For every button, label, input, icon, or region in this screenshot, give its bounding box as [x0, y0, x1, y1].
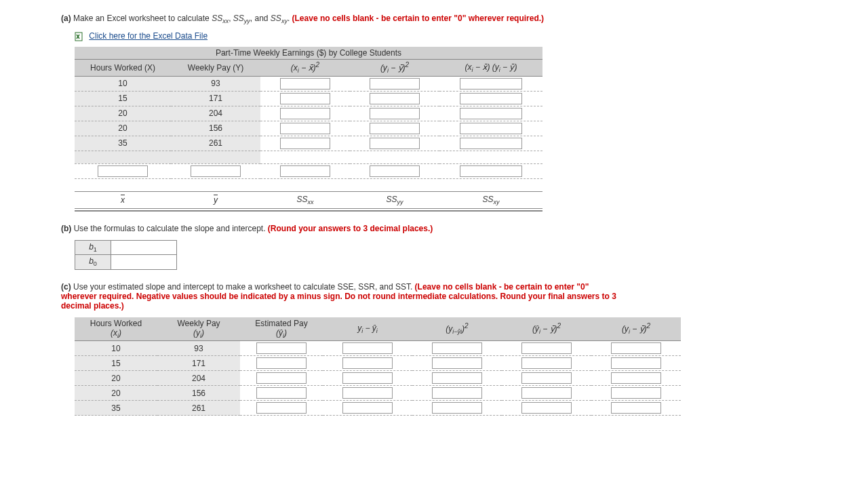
- part-b-prompt: (b) Use the formulas to calculate the sl…: [61, 224, 807, 233]
- c-col-resid-sq: (yi−ŷi)2: [412, 317, 502, 341]
- col-hours-worked: Hours Worked (X): [75, 60, 171, 76]
- x-cell: 10: [75, 76, 171, 91]
- col-xydev: (xi − x̄) (yi − ȳ): [439, 60, 542, 76]
- part-c-table: Hours Worked(xi) Weekly Pay(yi) Estimate…: [75, 317, 681, 416]
- part-c-section: (c) Use your estimated slope and interce…: [61, 282, 807, 416]
- ssyy-label: SSyy: [350, 191, 439, 208]
- ssxy-label: SSxy: [439, 191, 542, 208]
- sum-xydev-input[interactable]: [460, 165, 522, 177]
- part-b-table: b1 b0: [75, 240, 177, 270]
- sum-ydev-input[interactable]: [370, 165, 420, 177]
- part-a-table: Part-Time Weekly Earnings ($) by College…: [75, 47, 542, 212]
- xydev-input[interactable]: [460, 78, 522, 90]
- excel-file-icon: [75, 31, 89, 41]
- b0-label: b0: [75, 255, 111, 269]
- excel-file-link[interactable]: Click here for the Excel Data File: [89, 31, 208, 41]
- part-a-prompt: (a) Make an Excel worksheet to calculate…: [61, 14, 807, 24]
- excel-file-link-row: Click here for the Excel Data File: [75, 31, 807, 41]
- y-cell: 93: [171, 76, 260, 91]
- xdev-input[interactable]: [280, 78, 330, 90]
- part-a-section: (a) Make an Excel worksheet to calculate…: [61, 14, 807, 212]
- b1-label: b1: [75, 241, 111, 255]
- c-col-resid: yi − ŷi: [323, 317, 412, 341]
- b0-input[interactable]: [115, 257, 172, 268]
- part-a-label: (a): [61, 14, 71, 23]
- table-title: Part-Time Weekly Earnings ($) by College…: [75, 47, 542, 60]
- sum-x-input[interactable]: [98, 165, 148, 177]
- b1-input[interactable]: [115, 242, 172, 253]
- ybar-label: y: [171, 191, 260, 208]
- ydev-input[interactable]: [370, 78, 420, 90]
- part-b-section: (b) Use the formulas to calculate the sl…: [61, 224, 807, 270]
- part-c-prompt: (c) Use your estimated slope and interce…: [61, 282, 617, 311]
- c-col-estpay: Estimated Pay(ŷi): [240, 317, 323, 341]
- c-col-sst: (yi − ȳ)2: [591, 317, 681, 341]
- sum-y-input[interactable]: [191, 165, 241, 177]
- col-weekly-pay: Weekly Pay (Y): [171, 60, 260, 76]
- c-col-hours: Hours Worked(xi): [75, 317, 157, 341]
- svg-rect-0: [75, 33, 82, 41]
- part-a-red-instruction: (Leave no cells blank - be certain to en…: [292, 14, 545, 23]
- c-col-pay: Weekly Pay(yi): [157, 317, 240, 341]
- col-xdev-sq: (xi − x̄)2: [260, 60, 350, 76]
- col-ydev-sq: (yi − ȳ)2: [350, 60, 439, 76]
- sum-xdev-input[interactable]: [280, 165, 330, 177]
- ssxx-label: SSxx: [260, 191, 350, 208]
- xbar-label: x: [75, 191, 171, 208]
- c-col-ssr: (ŷi − ȳ)2: [502, 317, 591, 341]
